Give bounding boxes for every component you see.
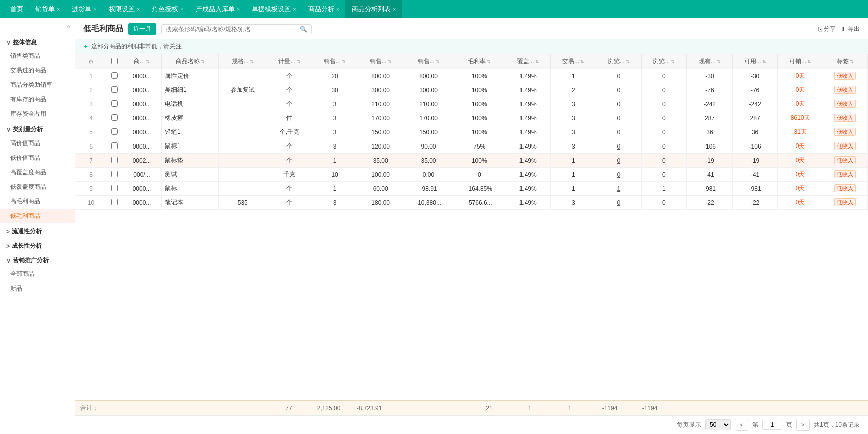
cell-views1-4[interactable]: 0 [596,125,642,139]
sidebar-item-低覆盖度商品[interactable]: 低覆盖度商品 [0,180,75,194]
filter-recent-month-button[interactable]: 近一月 [128,23,156,35]
row-checkbox-3[interactable] [107,111,122,125]
nav-item-角色授权[interactable]: 角色授权× [146,0,189,18]
nav-close-icon[interactable]: × [293,6,296,12]
sort-icon-stock_current[interactable]: ⇅ [717,59,721,64]
sort-icon-coverage[interactable]: ⇅ [535,59,539,64]
sidebar-item-低毛利商品[interactable]: 低毛利商品 [0,209,75,223]
cell-views1-9[interactable]: 0 [596,196,642,210]
cell-code-9: 0000... [122,196,162,210]
sidebar-item-交易过的商品[interactable]: 交易过的商品 [0,63,75,78]
sidebar-collapse-button[interactable]: « [0,18,75,34]
sidebar-item-销售类商品[interactable]: 销售类商品 [0,49,75,63]
nav-item-首页[interactable]: 首页 [4,0,29,18]
cell-views1-6[interactable]: 0 [596,154,642,168]
col-header-spec: 规格...⇅ [218,54,267,69]
nav-item-销货单[interactable]: 销货单× [29,0,66,18]
sort-icon-stock_available[interactable]: ⇅ [762,59,766,64]
cell-spec-3 [218,111,267,125]
row-checkbox-7[interactable] [107,168,122,182]
sidebar-item-有库存的商品[interactable]: 有库存的商品 [0,92,75,107]
col-header-settings[interactable]: ⚙ [75,54,107,69]
nav-close-icon[interactable]: × [336,6,339,12]
nav-item-产成品入库单[interactable]: 产成品入库单× [190,0,246,18]
share-button[interactable]: ⎘ 分享 [818,25,836,33]
sort-icon-gross_margin[interactable]: ⇅ [487,59,491,64]
cell-views1-7[interactable]: 0 [596,168,642,182]
nav-close-icon[interactable]: × [57,6,60,12]
sort-icon-name[interactable]: ⇅ [201,59,205,64]
sidebar-item-商品分类助销率[interactable]: 商品分类助销率 [0,78,75,92]
cell-views1-2[interactable]: 0 [596,97,642,111]
cell-sales-qty-4: 3 [312,125,358,139]
cell-sales-price-8: 60.00 [358,182,403,196]
col-settings-icon[interactable]: ⚙ [88,58,94,65]
nav-close-icon[interactable]: × [93,6,96,12]
sidebar-item-低价值商品[interactable]: 低价值商品 [0,151,75,165]
row-checkbox-8[interactable] [107,182,122,196]
sort-icon-trade[interactable]: ⇅ [580,59,584,64]
sort-icon-stock_saleable[interactable]: ⇅ [807,59,811,64]
prev-page-button[interactable]: ＜ [735,419,748,431]
footer-sales-price: 2,125.00 [309,405,349,412]
export-button[interactable]: ⬆ 导出 [841,25,860,33]
sidebar-item-新品[interactable]: 新品 [0,281,75,296]
search-input[interactable] [166,26,300,33]
sidebar-item-高价值商品[interactable]: 高价值商品 [0,136,75,151]
sidebar-item-库存资金占用[interactable]: 库存资金占用 [0,107,75,121]
row-checkbox-5[interactable] [107,139,122,154]
sidebar-item-全部商品[interactable]: 全部商品 [0,267,75,281]
sidebar-group-3[interactable]: > 成长性分析 [0,238,75,252]
nav-close-icon[interactable]: × [180,6,183,12]
sort-icon-tag[interactable]: ⇅ [850,59,854,64]
cell-spec-5 [218,139,267,154]
cell-views1-1[interactable]: 0 [596,83,642,97]
page-number-input[interactable] [762,420,782,430]
nav-close-icon[interactable]: × [393,6,396,12]
sidebar-item-高覆盖度商品[interactable]: 高覆盖度商品 [0,165,75,180]
sort-icon-sales_qty[interactable]: ⇅ [342,59,346,64]
row-checkbox-4[interactable] [107,125,122,139]
group-arrow-icon: ∨ [6,39,11,46]
cell-unit-2: 个 [267,97,312,111]
row-checkbox-0[interactable] [107,69,122,83]
sort-icon-code[interactable]: ⇅ [146,59,150,64]
sidebar-group-0[interactable]: ∨ 整体信息 [0,34,75,49]
row-checkbox-9[interactable] [107,196,122,210]
nav-item-商品分析列表[interactable]: 商品分析列表× [345,0,402,18]
cell-code-3: 0000... [122,111,162,125]
sidebar-item-高毛利商品[interactable]: 高毛利商品 [0,194,75,209]
sort-icon-sales_price[interactable]: ⇅ [388,59,392,64]
row-checkbox-6[interactable] [107,154,122,168]
select-all-checkbox[interactable] [111,58,118,64]
cell-views1-0[interactable]: 0 [596,69,642,83]
sort-icon-views2[interactable]: ⇅ [671,59,675,64]
cell-stock-available-7: -41 [732,168,778,182]
sidebar-group-4[interactable]: ∨ 营销推广分析 [0,252,75,267]
page-size-select[interactable]: 50 100 200 [705,419,731,430]
row-checkbox-2[interactable] [107,97,122,111]
sidebar-group-1[interactable]: ∨ 类别量分析 [0,121,75,136]
search-icon[interactable]: 🔍 [300,26,307,33]
nav-close-icon[interactable]: × [237,6,240,12]
nav-item-单据模板设置[interactable]: 单据模板设置× [246,0,302,18]
nav-item-商品分析[interactable]: 商品分析× [302,0,345,18]
nav-item-进货单[interactable]: 进货单× [66,0,102,18]
sort-icon-spec[interactable]: ⇅ [250,59,254,64]
sidebar: «∨ 整体信息销售类商品交易过的商品商品分类助销率有库存的商品库存资金占用∨ 类… [0,18,75,434]
cell-views1-3[interactable]: 0 [596,111,642,125]
row-num-4: 5 [75,125,107,139]
col-header-checkbox[interactable] [107,54,122,69]
cell-views1-8[interactable]: 1 [596,182,642,196]
cell-sales-amount-4: 150.00 [403,125,454,139]
cell-views1-5[interactable]: 0 [596,139,642,154]
sidebar-group-2[interactable]: > 流通性分析 [0,223,75,238]
sort-icon-unit[interactable]: ⇅ [297,59,301,64]
row-checkbox-1[interactable] [107,83,122,97]
sort-icon-views1[interactable]: ⇅ [626,59,630,64]
sort-icon-sales_amount[interactable]: ⇅ [436,59,440,64]
next-page-button[interactable]: ＞ [796,419,810,431]
nav-close-icon[interactable]: × [137,6,140,12]
nav-item-权限设置[interactable]: 权限设置× [103,0,146,18]
cell-stock-available-3: 287 [732,111,778,125]
